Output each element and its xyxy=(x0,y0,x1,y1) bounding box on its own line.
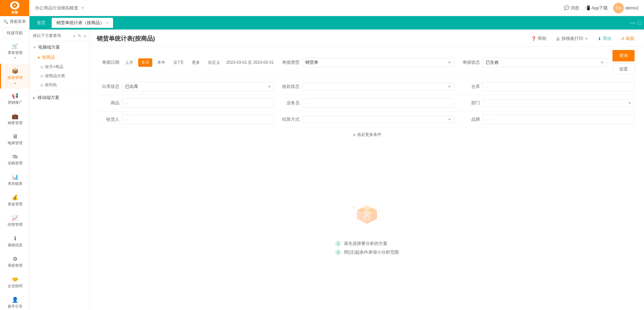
tab-active[interactable]: 销货单统计表（按商品） × xyxy=(52,18,113,28)
scheme-collapse-icon[interactable]: « xyxy=(84,33,86,39)
app-download-label: App下载 xyxy=(591,5,608,11)
sidebar-item-retail[interactable]: 🛒 零售管理 ▼ xyxy=(0,39,29,64)
sidebar-item-basic[interactable]: ℹ 基础信息 xyxy=(0,231,29,252)
date-this-month[interactable]: 本月 xyxy=(138,58,152,67)
pc-group-header[interactable]: ▼ 电脑端方案 xyxy=(30,42,90,52)
date-label: 单据日期 xyxy=(99,59,119,65)
doc-status-value: 已生效 xyxy=(486,59,499,65)
help-btn[interactable]: ❓ 帮助 xyxy=(528,34,549,43)
sidebar-item-marketing[interactable]: 📢 营销推广 xyxy=(0,89,29,109)
tab-maximize-icon[interactable]: □ xyxy=(638,20,641,26)
date-last-month[interactable]: 上月 xyxy=(122,58,136,67)
scheme-cashier-label: 按司机 xyxy=(45,82,57,88)
receiver-input[interactable]: ··· xyxy=(122,115,274,124)
empty-tip-1: 1 请先选择要分析的方案 xyxy=(335,241,398,247)
query-button[interactable]: 查询 xyxy=(612,50,635,61)
date-more[interactable]: 更多 xyxy=(189,58,203,67)
quick-nav-label: 快捷导航 xyxy=(7,30,23,36)
set-button[interactable]: 设置 xyxy=(612,63,635,75)
warehouse-input[interactable]: ··· xyxy=(483,82,635,91)
payment-arrow: ▼ xyxy=(448,117,451,121)
sidebar-item-wholesale[interactable]: 📦 批发管理 ▲ xyxy=(0,64,29,89)
out-status-select[interactable]: 已出库 ▼ xyxy=(122,82,274,91)
sidebar-item-finance-label: 资金管理 xyxy=(8,202,22,207)
export-icon: ⬇ xyxy=(598,36,601,41)
message-btn[interactable]: 💬 消息 xyxy=(564,5,579,11)
export-btn[interactable]: ⬇ 导出 xyxy=(595,34,614,43)
date-custom[interactable]: 自定义 xyxy=(205,58,223,67)
sidebar-item-inventory[interactable]: 📊 库存核算 xyxy=(0,170,29,190)
pc-group-arrow: ▼ xyxy=(33,46,36,49)
scheme-add-icon[interactable]: + xyxy=(73,33,75,39)
recv-status-arrow: ▼ xyxy=(448,85,451,89)
sidebar: 标版 🔍 搜索菜单 快捷导航 🛒 零售管理 ▼ 📦 批发管理 ▲ 📢 营销推广 … xyxy=(0,0,30,310)
scheme-by-month-product[interactable]: ▤ 按月+商品 xyxy=(30,62,90,71)
operation-icon: 📈 xyxy=(12,215,18,221)
scheme-category-icon: ▤ xyxy=(40,74,43,78)
filter-section: 单据日期 上月 本月 本年 近7天 更多 自定义 2023-03-01 至 20… xyxy=(90,47,644,140)
staff-input[interactable]: ··· xyxy=(302,98,454,108)
recv-status-label: 收款状态 xyxy=(279,84,300,90)
empty-illustration: ✦ ✦ ✦ xyxy=(347,195,387,237)
quick-nav[interactable]: 快捷导航 xyxy=(0,28,29,39)
mobile-group-header[interactable]: ▶ 移动端方案 xyxy=(30,93,90,103)
sidebar-item-sales[interactable]: 💼 销售管理 xyxy=(0,109,29,130)
doc-type-label: 单据类型 xyxy=(279,59,300,65)
sidebar-item-enterprise-label: 企业协同 xyxy=(8,283,22,289)
collapse-btn[interactable]: ∧ 收起更多条件 xyxy=(97,129,637,140)
tab-home[interactable]: 首页 xyxy=(32,18,50,28)
sidebar-search[interactable]: 🔍 搜索菜单 xyxy=(0,16,29,28)
scheme-category-label: 按商品分类 xyxy=(45,73,65,79)
dept-label: 部门 xyxy=(460,100,480,106)
doc-status-select[interactable]: 已生效 ▼ xyxy=(483,58,607,67)
refresh-icon: ↺ xyxy=(621,36,625,41)
scheme-by-product[interactable]: ● 按商品 xyxy=(30,52,90,62)
refresh-btn[interactable]: ↺ 刷新 xyxy=(618,34,637,43)
scheme-by-category[interactable]: ▤ 按商品分类 xyxy=(30,71,90,81)
scheme-month-icon: ▤ xyxy=(40,65,43,69)
brand-input[interactable]: ··· xyxy=(483,115,635,124)
purchase-icon: 🛍 xyxy=(12,154,18,160)
date-this-year[interactable]: 本年 xyxy=(154,58,168,67)
finance-icon: 💰 xyxy=(12,194,18,201)
tab-minimize-icon[interactable]: — xyxy=(630,20,635,26)
scheme-by-cashier[interactable]: ▤ 按司机 xyxy=(30,81,90,90)
sidebar-item-finance[interactable]: 💰 资金管理 xyxy=(0,190,29,211)
pc-group-label: 电脑端方案 xyxy=(38,44,60,50)
payment-control: ▼ xyxy=(302,116,454,123)
user-profile-btn[interactable]: Ea demo2 xyxy=(613,3,639,13)
tab-active-label: 销货单统计表（按商品） xyxy=(56,20,104,26)
brand-cell: 品牌 ··· xyxy=(457,115,637,124)
sidebar-item-ecommerce-label: 电商管理 xyxy=(8,141,22,146)
sidebar-item-system[interactable]: ⚙ 系统管理 xyxy=(0,252,29,272)
mobile-group-arrow: ▶ xyxy=(33,96,36,100)
sidebar-item-newuser[interactable]: 👤 新手引导 xyxy=(0,293,29,310)
collapse-label: 收起更多条件 xyxy=(357,132,381,138)
product-input[interactable]: ··· xyxy=(122,98,274,108)
tab-close-icon[interactable]: × xyxy=(106,21,108,25)
print-btn[interactable]: 🖨 按模板打印 ▼ xyxy=(553,34,591,43)
retail-icon: 🛒 xyxy=(12,43,18,49)
sidebar-item-ecommerce[interactable]: 🖥 电商管理 xyxy=(0,130,29,150)
doc-type-select[interactable]: 销货单 ▼ xyxy=(302,58,454,67)
doc-status-label: 单据状态 xyxy=(460,59,480,65)
sidebar-item-purchase[interactable]: 🛍 采购管理 xyxy=(0,150,29,170)
dept-select[interactable]: ▼ xyxy=(483,99,635,107)
tip-num-2: 2 xyxy=(335,249,341,255)
app-download-btn[interactable]: 📲 App下载 xyxy=(585,5,608,11)
brand-dots: ··· xyxy=(486,117,489,122)
warehouse-control: ··· xyxy=(483,82,635,91)
app-download-icon: 📲 xyxy=(585,5,590,10)
query-btn-group: 查询 设置 xyxy=(612,50,635,75)
payment-select[interactable]: ▼ xyxy=(302,116,454,123)
logo-icon xyxy=(10,1,19,9)
sidebar-item-retail-label: 零售管理 xyxy=(8,50,22,55)
avatar: Ea xyxy=(613,3,624,13)
scheme-edit-icon[interactable]: ✎ xyxy=(77,33,82,39)
scheme-cashier-icon: ▤ xyxy=(40,83,43,87)
sidebar-item-basic-label: 基础信息 xyxy=(8,243,22,248)
date-7days[interactable]: 近7天 xyxy=(170,58,187,67)
sidebar-item-enterprise[interactable]: 🤝 企业协同 xyxy=(0,272,29,293)
sidebar-item-operation[interactable]: 📈 经营管理 xyxy=(0,211,29,231)
recv-status-select[interactable]: ▼ xyxy=(302,83,454,90)
